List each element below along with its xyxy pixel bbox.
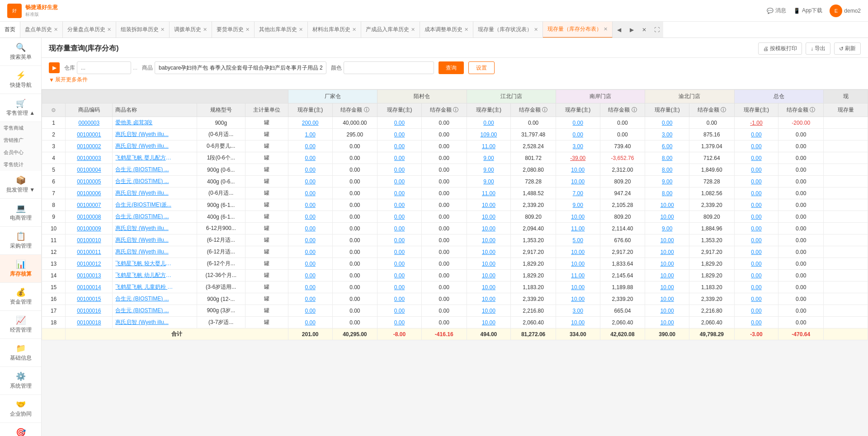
close-icon[interactable]: ✕: [203, 27, 207, 33]
tab-home[interactable]: 首页: [0, 22, 20, 38]
num-link[interactable]: 0.00: [394, 131, 405, 138]
name-link[interactable]: 飞鹤星飞帆 儿童奶粉 4...: [115, 283, 174, 291]
name-link[interactable]: 惠氏启智 (Wyeth illu...: [115, 131, 168, 138]
num-link[interactable]: 10.00: [482, 319, 495, 326]
name-link[interactable]: 合生元 (BIOSTIME) ...: [115, 166, 169, 173]
num-link[interactable]: 10.00: [482, 284, 495, 291]
name-link[interactable]: 飞鹤星飞帆 婴儿配方奶...: [115, 154, 174, 162]
num-link[interactable]: 10.00: [660, 272, 674, 279]
close-icon[interactable]: ✕: [245, 27, 250, 33]
sidebar-sub-member[interactable]: 会员中心: [0, 146, 41, 159]
num-link[interactable]: 0.00: [394, 155, 405, 161]
num-link[interactable]: 3.00: [573, 308, 583, 314]
tot-qty-link[interactable]: 0.00: [751, 272, 761, 279]
export-btn[interactable]: ↓ 导出: [806, 42, 830, 55]
code-link[interactable]: 00100012: [77, 261, 101, 267]
sidebar-item-purchase[interactable]: 📋 采购管理: [0, 227, 41, 255]
message-btn[interactable]: 💬 消息: [767, 7, 786, 14]
num-link[interactable]: -39.00: [570, 155, 585, 161]
num-link[interactable]: 0.00: [305, 296, 315, 302]
color-input[interactable]: [344, 61, 434, 74]
tot-qty-link[interactable]: -1.00: [750, 120, 762, 126]
tot-qty-link[interactable]: 0.00: [751, 249, 761, 255]
sidebar-item-search[interactable]: 🔍 搜索英单: [0, 38, 41, 66]
num-link[interactable]: 10.00: [482, 272, 495, 279]
num-link[interactable]: 10.00: [482, 249, 495, 255]
tab-next-btn[interactable]: ▶: [625, 22, 638, 38]
num-link[interactable]: 0.00: [394, 261, 405, 267]
num-link[interactable]: 11.00: [482, 143, 495, 150]
num-link[interactable]: 0.00: [394, 202, 405, 208]
close-icon[interactable]: ✕: [464, 27, 468, 33]
tab-xcl2[interactable]: 现存量（库存分布表） ✕: [543, 22, 613, 38]
tot-qty-link[interactable]: 0.00: [751, 190, 761, 197]
code-link[interactable]: 00100013: [77, 272, 101, 279]
num-link[interactable]: 0.00: [394, 178, 405, 185]
num-link[interactable]: 10.00: [482, 261, 495, 267]
num-link[interactable]: 0.00: [394, 237, 405, 244]
num-link[interactable]: 1.00: [305, 131, 315, 138]
num-link[interactable]: 0.00: [394, 190, 405, 197]
code-link[interactable]: 00100015: [77, 296, 101, 302]
close-icon[interactable]: ✕: [54, 27, 58, 33]
num-link[interactable]: 8.00: [662, 155, 672, 161]
num-link[interactable]: 0.00: [305, 155, 315, 161]
sidebar-item-retail[interactable]: 🛒 零售管理 ▲: [0, 94, 41, 122]
name-link[interactable]: 合生元(BIOSTIME)派...: [115, 201, 171, 209]
num-link[interactable]: 11.00: [571, 225, 585, 232]
num-link[interactable]: 10.00: [660, 308, 674, 314]
num-link[interactable]: 0.00: [305, 143, 315, 150]
num-link[interactable]: 0.00: [305, 308, 315, 314]
tot-qty-link[interactable]: 0.00: [751, 202, 761, 208]
num-link[interactable]: 6.00: [662, 143, 672, 150]
name-link[interactable]: 飞鹤星飞帆 较大婴儿配...: [115, 260, 174, 267]
num-link[interactable]: 10.00: [571, 167, 585, 173]
num-link[interactable]: 0.00: [573, 131, 583, 138]
name-link[interactable]: 惠氏启智 (Wyeth illu...: [115, 225, 168, 232]
warehouse-input[interactable]: [77, 61, 131, 74]
num-link[interactable]: 0.00: [305, 190, 315, 197]
num-link[interactable]: 109.00: [481, 131, 497, 138]
query-btn[interactable]: 查询: [439, 61, 464, 74]
name-link[interactable]: 合生元 (BIOSTIME) ...: [115, 213, 169, 220]
num-link[interactable]: 0.00: [305, 167, 315, 173]
sidebar-item-newguide[interactable]: 🎯 新手引导: [0, 423, 41, 436]
tab-cpcl[interactable]: 产成品入库单历史 ✕: [361, 22, 420, 38]
num-link[interactable]: 10.00: [660, 296, 674, 302]
tot-qty-link[interactable]: 0.00: [751, 214, 761, 220]
num-link[interactable]: 3.00: [573, 143, 583, 150]
sidebar-item-ecom[interactable]: 💻 电商管理: [0, 199, 41, 227]
num-link[interactable]: 10.00: [482, 214, 495, 220]
tab-zzcl[interactable]: 组装拆卸单历史 ✕: [116, 22, 170, 38]
code-link[interactable]: 00100002: [77, 143, 101, 150]
sidebar-sub-retail-shop[interactable]: 零售商城: [0, 122, 41, 134]
close-icon[interactable]: ✕: [160, 27, 165, 33]
tab-fpdl[interactable]: 分量盘点单历史 ✕: [63, 22, 116, 38]
num-link[interactable]: 0.00: [483, 120, 494, 126]
name-link[interactable]: 惠氏启智 (Wyeth illu...: [115, 319, 168, 326]
close-icon[interactable]: ✕: [604, 26, 608, 32]
tab-prev-btn[interactable]: ◀: [613, 22, 625, 38]
num-link[interactable]: 0.00: [662, 120, 672, 126]
name-link[interactable]: 惠氏启智 (Wyeth illu...: [115, 248, 168, 256]
num-link[interactable]: 0.00: [305, 214, 315, 220]
num-link[interactable]: 10.00: [660, 202, 674, 208]
num-link[interactable]: 9.00: [483, 167, 494, 173]
num-link[interactable]: 9.00: [483, 155, 494, 161]
num-link[interactable]: 11.00: [482, 190, 495, 197]
user-area[interactable]: E demo2: [830, 5, 861, 17]
name-link[interactable]: 惠氏启智 (Wyeth illu...: [115, 189, 168, 197]
num-link[interactable]: 10.00: [660, 237, 674, 244]
num-link[interactable]: 10.00: [482, 296, 495, 302]
sidebar-sub-marketing[interactable]: 营销推广: [0, 134, 41, 146]
tot-qty-link[interactable]: 0.00: [751, 167, 761, 173]
code-link[interactable]: 00100018: [77, 319, 101, 326]
num-link[interactable]: 0.00: [394, 308, 405, 314]
num-link[interactable]: 10.00: [660, 261, 674, 267]
num-link[interactable]: 9.00: [662, 225, 672, 232]
num-link[interactable]: 0.00: [394, 284, 405, 291]
num-link[interactable]: 0.00: [305, 319, 315, 326]
num-link[interactable]: 0.00: [394, 272, 405, 279]
sidebar-item-corp[interactable]: 🤝 企业协同: [0, 395, 41, 423]
code-link[interactable]: 00100014: [77, 284, 101, 291]
